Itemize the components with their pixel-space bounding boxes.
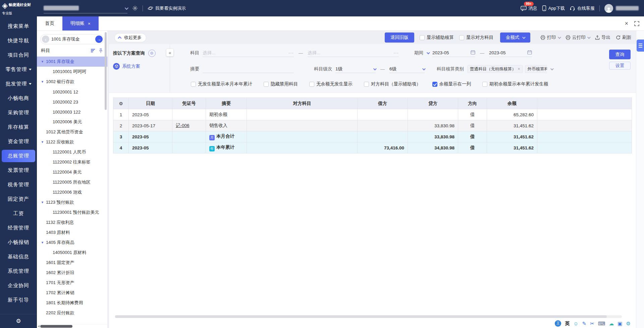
calendar-icon[interactable] [527,50,532,56]
show-opposite-checkbox[interactable]: 显示对方科目 [459,35,493,41]
scrollbar-thumb[interactable] [40,325,72,328]
caret-down-icon[interactable]: ▼ [41,201,46,204]
amount-format-button[interactable]: 金额式 [500,32,530,43]
sidebar-item[interactable]: 系统管理 [0,264,37,278]
tree-item[interactable]: 1701 无形资产 [37,278,107,288]
caret-down-icon[interactable]: ▼ [41,60,46,63]
sidebar-item[interactable]: 采购管理 [0,106,37,120]
emoji-icon[interactable]: ☺ [573,321,578,326]
column-header[interactable]: 方向 [458,98,487,109]
table-row[interactable]: 42023-05年本年累计73,416.0034,830.98借31,451.6… [113,142,632,153]
tree-item[interactable]: 10020001 12 [37,87,107,97]
fullscreen-icon[interactable] [634,21,639,26]
export-button[interactable]: 导出 [595,35,610,41]
column-header[interactable]: 凭证号 [172,98,206,109]
messages-button[interactable]: 99+ 消息 [521,5,537,11]
toolbox-icon[interactable]: ▣ [618,321,622,326]
scroll-left-arrow-icon[interactable]: ◀ [38,325,40,328]
sidebar-item[interactable]: 批发管理 [0,77,37,91]
tree-item[interactable]: ▼1002 银行存款 [37,77,107,87]
tab-detail-ledger[interactable]: 明细账 × [62,16,99,30]
collapse-panel-button[interactable]: « [166,49,173,56]
more-button[interactable]: ··· [286,50,294,55]
tree-item[interactable]: 1403 原材料 [37,227,107,238]
category-tag[interactable]: 普通科目（无特殊核算）× [467,65,523,73]
sidebar-item[interactable]: 项目合同 [0,48,37,62]
period-from-input[interactable]: 2023-05 [432,49,475,57]
pen-icon[interactable]: ✎ [582,321,587,326]
tree-item[interactable]: 11220006 游戏 [37,187,107,197]
tree-item[interactable]: ▼1405 库存商品 [37,238,107,248]
tree-item[interactable]: 14050001 原材料 [37,248,107,258]
tree-item[interactable]: ▼1001 库存现金 [37,57,107,67]
tree-item[interactable]: 10020002 23 [37,97,107,107]
sidebar-item[interactable]: 库存核算 [0,120,37,134]
query-button[interactable]: 查询 [609,50,631,59]
tree-item[interactable]: 1012 其他货币资金 [37,127,107,137]
tree-item[interactable]: 1702 累计摊销 [37,288,107,298]
sidebar-item[interactable]: 发票管理 [0,163,37,178]
chevron-down-icon[interactable] [550,67,554,70]
show-aux-checkbox[interactable]: 显示辅助核算 [420,35,454,41]
tab-home[interactable]: 首页 [37,16,62,30]
keyboard-icon[interactable]: ⌨ [598,321,605,326]
tree-item[interactable]: ▼1122 应收账款 [37,137,107,147]
settings-button[interactable]: 设置 [609,62,631,70]
tree-item[interactable]: 1601 固定资产 [37,258,107,268]
level-to-select[interactable]: 6级 [389,65,425,73]
table-row[interactable]: 22023-05-17记-006销售收入33,830.98借31,451.62 [113,120,632,131]
chevron-down-icon[interactable] [427,51,430,54]
category-tag[interactable]: 外币核算科目× [525,65,547,73]
avatar[interactable] [604,4,613,13]
table-row[interactable]: 32023-05月本月合计33,830.98借31,451.62 [113,131,632,142]
sidebar-item[interactable]: 固定资产 [0,192,37,206]
level-from-select[interactable]: 1级 [335,65,376,73]
close-icon[interactable]: × [88,21,91,26]
back-circle-icon[interactable]: ‹ [42,36,49,43]
column-header[interactable]: 摘要 [206,98,247,109]
tree-item[interactable]: 11220002 往来标签 [37,157,107,167]
go-circle-icon[interactable]: → [95,36,103,43]
tree-item[interactable]: 11220005 所在地区 [37,177,107,187]
summary-input[interactable] [203,65,294,73]
sidebar-item[interactable]: 总账管理 [2,150,35,162]
main-horizontal-scrollbar[interactable] [115,315,622,318]
remove-tag-icon[interactable]: × [518,67,520,71]
sidebar-item[interactable]: 资金管理 [0,134,37,149]
system-scheme-link[interactable]: 系统方案 [113,63,166,70]
display-option-checkbox[interactable]: 期初余额显示本年累计发生额 [482,81,548,87]
print-button[interactable]: 打印 [540,35,560,41]
more-button[interactable]: ··· [391,50,399,55]
sidebar-item[interactable]: 基础信息 [0,250,37,264]
tree-horizontal-scrollbar[interactable]: ◀ [37,324,107,328]
tree-item[interactable]: 11220004 美元 [37,167,107,177]
caret-down-icon[interactable]: ▼ [41,241,46,244]
display-option-checkbox[interactable]: 隐藏禁用科目 [264,81,298,87]
sidebar-item[interactable]: 快捷导航 [0,34,37,48]
list-icon[interactable] [91,49,95,52]
topbar-gear-button[interactable] [132,5,138,11]
calendar-icon[interactable] [471,50,475,56]
tree-item[interactable]: 10020003 122 [37,107,107,117]
period-to-input[interactable]: 2023-05 [489,49,532,57]
sidebar-item[interactable]: 小畅报销 [0,235,37,250]
table-row[interactable]: 12023-05期初余额借65,282.60 [113,109,632,120]
column-header[interactable]: 余额 [487,98,537,109]
column-header[interactable]: 贷方 [408,98,458,109]
close-page-icon[interactable]: × [625,20,628,27]
account-search[interactable]: ‹ 1001 库存现金 → [40,34,104,44]
caret-down-icon[interactable]: ▼ [41,140,46,144]
sidebar-settings-button[interactable]: ⚙ [0,314,37,328]
sidebar-item[interactable]: 税务管理 [0,178,37,192]
column-header[interactable]: 借方 [358,98,408,109]
tree-item[interactable]: 1602 累计折旧 [37,268,107,278]
company-selector[interactable] [44,3,127,13]
gear-icon[interactable]: ⚙ [626,321,631,326]
display-option-checkbox[interactable]: 对方科目（显示辅助项） [364,81,421,87]
voucher-link[interactable]: 记-006 [176,123,190,128]
sidebar-item[interactable]: 零售管理 [0,62,37,77]
ime-logo-icon[interactable]: 王 [555,320,561,327]
sidebar-item[interactable]: 工资 [0,206,37,221]
tree-item[interactable]: ▼1123 预付账款 [37,197,107,207]
tree-item[interactable]: 11230001 预付账款美元 [37,207,107,217]
